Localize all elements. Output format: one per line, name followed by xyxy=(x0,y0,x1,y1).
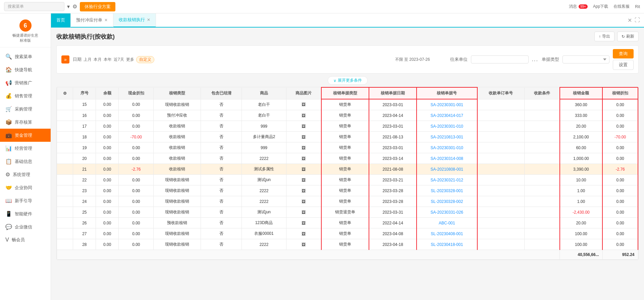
row-verify-bill-no-link[interactable]: SA-20230414-017 xyxy=(431,113,463,118)
row-verify-bill-date: 2023-03-21 xyxy=(369,175,417,185)
tab-home[interactable]: 首页 xyxy=(51,13,71,27)
refresh-btn[interactable]: ↻ 刷新 xyxy=(617,32,639,41)
sidebar-item-label: 采购管理 xyxy=(15,106,32,112)
row-verify-bill-date: 2023-04-08 xyxy=(369,228,417,239)
row-balance: 0.00 xyxy=(96,175,119,185)
row-verify-bill-no-link[interactable]: SA-20230331-026 xyxy=(431,210,463,215)
sidebar-item-label: 企业微信 xyxy=(15,224,32,230)
filter-this-month[interactable]: 本月 xyxy=(94,57,102,62)
sidebar-item-basic[interactable]: 📋 基础信息 xyxy=(0,155,51,168)
industry-btn[interactable]: 休验行业方案 xyxy=(80,2,115,11)
system-icon: ⚙ xyxy=(5,171,10,178)
sidebar-item-label: 企业协同 xyxy=(15,185,32,191)
tab-prepay[interactable]: 预付冲应付单 ✕ xyxy=(71,13,113,27)
filter-arrow-btn[interactable]: » xyxy=(61,55,69,63)
row-cash-discount: 0.00 xyxy=(119,121,154,132)
app-download-link[interactable]: App下载 xyxy=(593,4,608,9)
sidebar-item-member[interactable]: V 畅会员 xyxy=(0,233,51,246)
row-verify-bill-no[interactable]: SA-20210813-001 xyxy=(417,132,477,142)
row-receipt-condition xyxy=(525,228,560,239)
sidebar-item-sales[interactable]: 💰 销售管理 xyxy=(0,89,51,102)
row-receipt-condition xyxy=(525,164,560,175)
row-verify-type: 预付冲应收 xyxy=(154,110,201,121)
row-receipt-order xyxy=(477,175,525,185)
row-verify-bill-no-link[interactable]: ABC-001 xyxy=(439,221,455,225)
row-verify-bill-no-link[interactable]: SA-20230314-008 xyxy=(431,156,463,161)
row-verify-bill-no[interactable]: SA-20230314-008 xyxy=(417,153,477,164)
row-verify-bill-no-link[interactable]: SA-20230301-001 xyxy=(431,102,463,107)
tab-receipt[interactable]: 收款核销执行 ✕ xyxy=(113,13,156,27)
sidebar-item-wechat[interactable]: 💬 企业微信 xyxy=(0,220,51,233)
row-verify-bill-no-link[interactable]: SL-20230408-001 xyxy=(431,231,463,236)
row-verify-bill-no[interactable]: SA-20210808-001 xyxy=(417,164,477,175)
row-verify-bill-no-link[interactable]: SA-20230301-010 xyxy=(431,124,463,129)
row-check xyxy=(57,196,73,207)
row-verify-bill-no[interactable]: SL-20230328-001 xyxy=(417,185,477,196)
online-service-link[interactable]: 在线客服 xyxy=(613,4,630,9)
row-verify-bill-no[interactable]: SA-20230301-010 xyxy=(417,121,477,132)
dropdown-icon[interactable]: ▾ xyxy=(67,3,70,10)
row-verify-bill-no-link[interactable]: SL-20230328-002 xyxy=(431,199,463,204)
row-verify-bill-no[interactable]: SA-20230414-017 xyxy=(417,110,477,121)
row-seq: 20 xyxy=(73,153,96,164)
row-verify-bill-no[interactable]: SL-20230408-001 xyxy=(417,228,477,239)
user-name[interactable]: Rit xyxy=(635,4,640,9)
row-receipt-condition xyxy=(525,175,560,185)
row-receipt-condition xyxy=(525,110,560,121)
query-btn[interactable]: 查询 xyxy=(613,49,634,58)
row-verify-bill-no-link[interactable]: SA-20230301-010 xyxy=(431,145,463,150)
row-verify-bill-no-link[interactable]: SL-20230418-001 xyxy=(431,242,463,247)
bill-type-label: 单据类型 xyxy=(542,56,559,62)
sidebar-item-inventory[interactable]: 📦 库存核算 xyxy=(0,116,51,129)
messages-link[interactable]: 消息 99+ xyxy=(569,4,588,9)
sidebar-item-operations[interactable]: 📊 经营管理 xyxy=(0,142,51,155)
sidebar-item-enterprise[interactable]: 🤝 企业协同 xyxy=(0,181,51,194)
row-receipt-condition xyxy=(525,132,560,142)
tab-restore[interactable]: ⛶ xyxy=(635,17,640,23)
filter-more[interactable]: 更多 xyxy=(126,57,134,62)
row-verify-bill-no[interactable]: SA-20230331-026 xyxy=(417,207,477,218)
row-verify-bill-no[interactable]: SL-20230328-002 xyxy=(417,196,477,207)
sidebar-item-quick[interactable]: 🏠 快捷导航 xyxy=(0,63,51,76)
col-product-img: 商品图片 xyxy=(286,87,321,99)
tab-prepay-close[interactable]: ✕ xyxy=(104,18,108,23)
from-unit-input[interactable] xyxy=(471,55,529,63)
row-verify-bill-no[interactable]: SL-20230418-001 xyxy=(417,239,477,250)
export-btn[interactable]: ↑ 导出 xyxy=(594,32,614,41)
settings-btn[interactable]: 设置 xyxy=(613,60,634,70)
expand-more-btn[interactable]: ∨ 展开更多条件 xyxy=(328,76,368,85)
sidebar-item-hardware[interactable]: 📱 智能硬件 xyxy=(0,207,51,220)
settings-icon[interactable]: ⚙ xyxy=(72,3,77,10)
row-verify-bill-no[interactable]: SA-20230321-012 xyxy=(417,175,477,185)
row-verify-bill-no-link[interactable]: SL-20230328-001 xyxy=(431,188,463,193)
row-verify-bill-no[interactable]: SA-20230301-001 xyxy=(417,99,477,110)
filter-custom[interactable]: 自定义 xyxy=(136,56,154,63)
row-seq: 17 xyxy=(73,121,96,132)
tab-receipt-close[interactable]: ✕ xyxy=(147,17,150,22)
row-balance: 0.00 xyxy=(96,99,119,110)
row-receipt-order xyxy=(477,132,525,142)
sidebar-item-guide[interactable]: 📖 新手引导 xyxy=(0,194,51,207)
filter-last-month[interactable]: 上月 xyxy=(84,57,92,62)
filter-this-year[interactable]: 本年 xyxy=(104,57,112,62)
sidebar-item-search[interactable]: 🔍 搜索菜单 xyxy=(0,50,51,63)
row-verify-bill-no[interactable]: SA-20230301-010 xyxy=(417,142,477,153)
row-verify-amount: 20.00 xyxy=(560,218,602,228)
filter-dots[interactable]: ... xyxy=(532,56,538,62)
col-settings[interactable]: ⚙ xyxy=(57,87,73,99)
sidebar-item-marketing[interactable]: 📢 营销推广 xyxy=(0,76,51,89)
sidebar-item-system[interactable]: ⚙ 系统管理 xyxy=(0,168,51,181)
row-verify-bill-no-link[interactable]: SA-20210813-001 xyxy=(431,135,463,139)
col-seq: 序号 xyxy=(73,87,96,99)
sidebar-item-purchase[interactable]: 🛒 采购管理 xyxy=(0,102,51,116)
row-verify-bill-no-link[interactable]: SA-20210808-001 xyxy=(431,167,463,172)
row-verify-type: 现销收款核销 xyxy=(154,196,201,207)
row-seq: 22 xyxy=(73,175,96,185)
search-box[interactable]: 搜索菜单 xyxy=(4,2,64,11)
tab-close-window[interactable]: ✕ xyxy=(628,17,632,24)
filter-last-7[interactable]: 近7天 xyxy=(114,57,124,62)
sidebar-item-finance[interactable]: 💼 资金管理 xyxy=(0,129,51,142)
row-verify-bill-no[interactable]: ABC-001 xyxy=(417,218,477,228)
row-verify-bill-no-link[interactable]: SA-20230321-012 xyxy=(431,178,463,182)
bill-type-select[interactable]: 销货单 xyxy=(562,55,609,63)
